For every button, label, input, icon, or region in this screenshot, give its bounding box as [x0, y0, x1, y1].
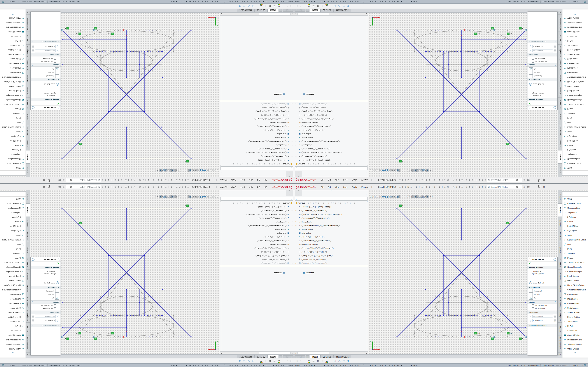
spinner-up[interactable]: ▲ [554, 315, 556, 316]
spinner-up[interactable]: ▲ [32, 319, 34, 321]
spinner-up[interactable]: ▲ [32, 47, 34, 48]
section-add-relations[interactable]: Add Relations ⌃ [527, 286, 557, 289]
hud-tool-icon[interactable]: ◠ [401, 169, 403, 172]
expand-icon[interactable]: ⌄ [32, 41, 33, 42]
hud-tool-icon[interactable]: ◎ [167, 195, 169, 198]
section-additional-parameters[interactable]: Additional Parameters ⌄ [527, 324, 557, 327]
command-tab[interactable]: Mold Tools [558, 283, 562, 296]
hud-tool-icon[interactable]: ◆ [199, 195, 202, 198]
hud-tool-icon[interactable]: ✱ [426, 195, 429, 198]
bottom-tool-icon[interactable]: ▤ [243, 5, 245, 8]
vertical-relation-button[interactable]: ❘ [55, 71, 59, 74]
vertical-relation-button[interactable]: ❘ [529, 293, 533, 296]
relation-item[interactable]: Collinear108 [532, 270, 555, 273]
flyout-menu-item[interactable]: ◜ 3 Point Arc [0, 215, 26, 219]
menu-item[interactable]: View [333, 186, 341, 188]
command-tab[interactable]: Sheet Metal [558, 256, 562, 270]
hud-tool-icon[interactable]: ∿ [406, 195, 407, 198]
search-icon[interactable] [516, 186, 518, 188]
flyout-menu-item[interactable]: ✥ Move Entities [562, 297, 588, 301]
hud-tool-icon[interactable]: ▨ [189, 169, 191, 172]
flyout-menu-item[interactable]: ∷ Linear Sketch Pattern [0, 80, 26, 84]
hud-tool-icon[interactable]: ◍ [163, 195, 165, 198]
flyout-menu-item[interactable]: ◝ Tangent Arc [0, 210, 26, 215]
hud-tool-icon[interactable]: ◉ [172, 169, 174, 172]
hud-tool-icon[interactable]: ⊙ [416, 169, 419, 172]
flyout-menu-item[interactable]: ◖ Partial Ellipse [562, 224, 588, 228]
flyout-menu-item[interactable]: ◫ Mirror Entities [562, 84, 588, 89]
restore-button[interactable] [47, 186, 52, 188]
menu-item[interactable]: Tools [229, 186, 238, 188]
bottom-tool-icon[interactable]: ▦ [269, 5, 271, 8]
status-mbd-icon[interactable]: ⎘ [2, 364, 4, 367]
panel-help-icon[interactable]: ? [553, 258, 556, 261]
fix-relation-button[interactable]: ⚓ [55, 296, 59, 300]
hud-tool-icon[interactable]: ▯ [210, 195, 211, 198]
section-parameters[interactable]: Parameters ⌃ [527, 310, 557, 314]
hud-tool-icon[interactable]: ▯ [215, 169, 217, 172]
relation-item[interactable]: Collinear108 [33, 270, 56, 273]
custom-dropdown-arrow-icon[interactable]: ▴ [5, 365, 6, 366]
hud-tool-icon[interactable]: ⊙ [169, 169, 172, 172]
hud-tool-icon[interactable]: ◡ [403, 169, 405, 172]
flyout-menu-item[interactable]: ◟ Sketch Fillet [0, 34, 26, 39]
hud-tool-icon[interactable]: ◑ [155, 169, 157, 172]
section-additional-parameters[interactable]: Additional Parameters ⌄ [31, 40, 61, 43]
flyout-menu-item[interactable]: ∿ Spline [562, 130, 588, 134]
bottom-tool-icon[interactable]: ✎ [278, 5, 280, 8]
flyout-menu-item[interactable]: ⬡ Polygon [0, 107, 26, 111]
flyout-menu-item[interactable]: ◯ Perimeter Circle [0, 201, 26, 206]
hud-tool-icon[interactable]: ◑ [431, 169, 433, 172]
flyout-menu-item[interactable]: ∿ Style Spline [562, 228, 588, 233]
flyout-more-icon[interactable]: ≫ [562, 352, 588, 354]
flyout-menu-item[interactable]: ▣ Center Rectangle [0, 98, 26, 102]
flyout-menu-item[interactable]: ⊜ Ellipse [0, 143, 26, 148]
collapse-icon[interactable]: ⌃ [555, 301, 556, 303]
spinner-down[interactable]: ▼ [554, 316, 556, 318]
search-placeholder[interactable]: Search CAD Models [73, 179, 97, 181]
angle-input[interactable]: 0.00000000° [35, 319, 55, 322]
command-tab[interactable]: Evaluate [558, 243, 562, 257]
tab-scroll-button[interactable]: ▶| [279, 9, 282, 12]
flyout-menu-item[interactable]: ▭ Corner Rectangle [0, 269, 26, 274]
flyout-menu-item[interactable]: ⇱ Stretch Entities [562, 310, 588, 315]
flyout-menu-item[interactable]: ◜ 3 Point Arc [562, 215, 588, 219]
tree-item[interactable]: ▦ (-) Sketch6 [294, 190, 368, 355]
section-add-relations[interactable]: Add Relations ⌃ [31, 286, 61, 289]
flyout-menu-item[interactable]: ◈ 3 Point Center Recta... [0, 102, 26, 107]
section-options[interactable]: Options ⌃ [31, 63, 61, 67]
command-tab[interactable]: Sheet Metal [26, 97, 30, 111]
command-tab[interactable]: MBD Dimensions [26, 336, 30, 349]
spinner-up[interactable]: ▲ [554, 51, 556, 52]
command-tab[interactable]: Mesh Modeling [26, 296, 30, 309]
section-options[interactable]: Options ⌃ [527, 300, 557, 304]
search-caret-icon[interactable]: ▾ [67, 179, 68, 181]
restore-button[interactable] [536, 186, 541, 188]
command-tab[interactable]: : [26, 11, 30, 14]
quick-access-toolbar[interactable]: ◉ Ɛ ◉ Ш ◉ ∘ ◉ ✚ ◉ ⊃C ◉ Ɛ ◉ ∙ ◉ Ƨ ◉ ◯ ∘ ◯… [101, 186, 189, 188]
hud-tool-icon[interactable]: ◧ [392, 195, 394, 198]
horizontal-relation-button[interactable]: — [529, 75, 533, 78]
infinite-length-checkbox[interactable] [54, 307, 56, 309]
flyout-menu-item[interactable]: ⇱ Stretch Entities [0, 52, 26, 57]
hud-tool-icon[interactable]: ⎗ [217, 195, 218, 198]
bottom-tool-icon[interactable]: ⊡ [334, 5, 336, 8]
collapse-icon[interactable]: ⌃ [555, 311, 556, 313]
user-account-icon[interactable]: ◡̈ [522, 185, 526, 188]
command-tab[interactable]: Markup [26, 31, 30, 45]
model-tab[interactable]: Model [268, 355, 278, 359]
expand-icon[interactable]: ⌄ [555, 41, 556, 42]
flyout-menu-item[interactable]: ⬡ Polygon [562, 256, 588, 260]
command-tab[interactable]: Mold Tools [558, 71, 562, 84]
flyout-menu-item[interactable]: ◫ Mirror Entities [0, 278, 26, 283]
flyout-menu-item[interactable]: ✥ Move Entities [562, 66, 588, 70]
accept-button[interactable]: ✔ [527, 102, 557, 105]
relations-listbox[interactable]: Collinear108 Equal length109 [531, 270, 556, 280]
flyout-menu-item[interactable]: ⊢ Extend Entities [562, 48, 588, 52]
bottom-tool-icon[interactable]: ❧ [304, 5, 306, 8]
bottom-tool-icon[interactable]: ❧ [282, 359, 284, 362]
flyout-menu-item[interactable]: ◖ Partial Ellipse [0, 224, 26, 228]
vertical-relation-button[interactable]: ❘ [55, 293, 59, 296]
status-custom-dropdown[interactable]: Custom [571, 1, 580, 3]
hud-tool-icon[interactable]: ▯ [208, 195, 210, 198]
